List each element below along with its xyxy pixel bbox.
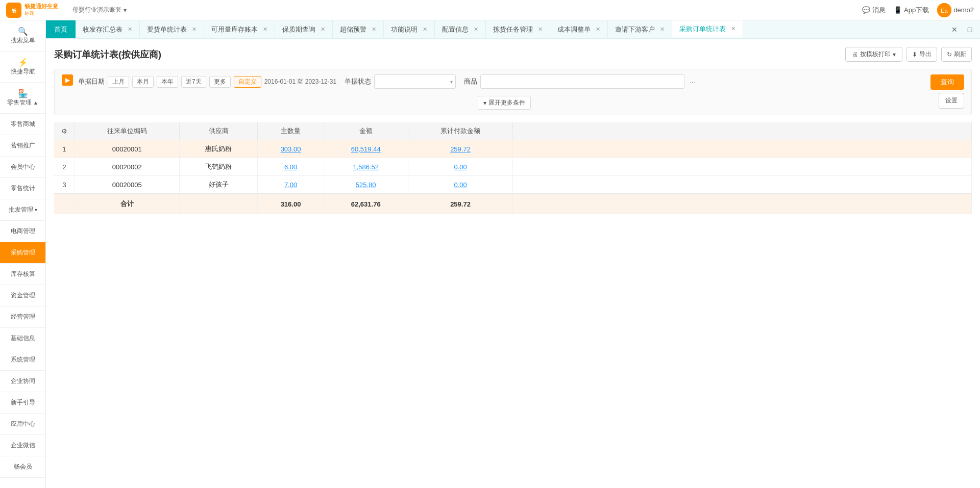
sidebar-item-inventory[interactable]: 库存核算 [0, 264, 45, 285]
query-button[interactable]: 查询 [930, 74, 964, 90]
cell-empty [513, 176, 972, 194]
th-main-qty: 主数量 [258, 122, 324, 140]
sidebar-item-vip[interactable]: 畅会员 [0, 456, 45, 478]
sidebar-item-appcenter[interactable]: 应用中心 [0, 414, 45, 435]
cell-main-qty[interactable]: 303.00 [258, 140, 324, 158]
sidebar-item-retail-stats[interactable]: 零售统计 [0, 178, 45, 199]
column-settings-icon[interactable]: ⚙ [61, 127, 67, 135]
filter-toggle-row: ▾ 展开更多条件 [78, 93, 930, 110]
print-icon: 🖨 [852, 51, 858, 58]
breadcrumb[interactable]: 母婴行业演示账套 ▾ [72, 6, 127, 14]
collapse-button[interactable]: ▶ [62, 74, 73, 86]
date-this-year[interactable]: 本年 [157, 76, 178, 88]
tab-function-desc[interactable]: 功能说明 ✕ [384, 20, 435, 39]
tab-close-cost-adjust[interactable]: ✕ [596, 26, 600, 33]
tab-close-requisition-stats[interactable]: ✕ [192, 26, 197, 33]
cell-main-qty[interactable]: 7.00 [258, 176, 324, 194]
date-custom[interactable]: 自定义 [234, 76, 261, 88]
sidebar-item-retail[interactable]: 🏪 零售管理 ▲ [0, 83, 45, 114]
main-qty-link[interactable]: 7.00 [284, 181, 297, 189]
setting-button[interactable]: 设置 [939, 93, 964, 109]
svg-text:Ea: Ea [941, 8, 948, 14]
main-qty-link[interactable]: 6.00 [284, 163, 297, 171]
tab-close-invite-downstream[interactable]: ✕ [660, 26, 665, 33]
tab-config-info[interactable]: 配置信息 ✕ [435, 20, 486, 39]
sidebar-item-ecommerce[interactable]: 电商管理 [0, 221, 45, 242]
sidebar-item-search[interactable]: 🔍 搜索菜单 [0, 20, 45, 52]
tab-pick-task[interactable]: 拣货任务管理 ✕ [486, 20, 550, 39]
main-qty-link[interactable]: 303.00 [281, 145, 301, 153]
expand-filter-button[interactable]: ▾ 展开更多条件 [478, 96, 531, 110]
filter-row-1: 单据日期 上月 本月 本年 近7天 更多 自定义 2016-01-01 至 20… [78, 74, 930, 89]
sidebar-item-enterprise[interactable]: 企业协同 [0, 371, 45, 392]
sidebar-item-members[interactable]: 会员中心 [0, 157, 45, 178]
date-more[interactable]: 更多 [209, 76, 231, 88]
cell-amount[interactable]: 1,586.52 [324, 158, 408, 176]
tab-receive-send[interactable]: 收发存汇总表 ✕ [76, 20, 140, 39]
sidebar-item-retail-shop[interactable]: 零售商城 [0, 114, 45, 135]
refresh-button[interactable]: ↻ 刷新 [941, 47, 972, 62]
cell-amount[interactable]: 60,519.44 [324, 140, 408, 158]
tab-overstock-alert[interactable]: 超储预警 ✕ [333, 20, 384, 39]
tab-purchase-stats[interactable]: 采购订单统计表 ✕ [672, 20, 743, 39]
date-7days[interactable]: 近7天 [181, 76, 206, 88]
goods-input[interactable] [480, 74, 684, 89]
footer-label: 合计 [75, 194, 179, 214]
amount-link[interactable]: 60,519.44 [351, 145, 381, 153]
cell-paid-amount[interactable]: 0.00 [408, 176, 512, 194]
cell-unit-code: 00020005 [75, 176, 179, 194]
data-table: ⚙ 往来单位编码 供应商 主数量 金额 累计付款金额 1 00020001 惠氏… [54, 122, 972, 214]
restore-button[interactable]: □ [964, 23, 976, 36]
tab-home[interactable]: 首页 [46, 20, 76, 39]
app-download-button[interactable]: 📱 App下载 [894, 6, 929, 15]
tab-close-receive-send[interactable]: ✕ [128, 26, 132, 33]
tab-close-overstock-alert[interactable]: ✕ [372, 26, 376, 33]
tab-cost-adjust[interactable]: 成本调整单 ✕ [550, 20, 608, 39]
cell-paid-amount[interactable]: 259.72 [408, 140, 512, 158]
user-profile[interactable]: Ea demo2 [937, 3, 974, 17]
paid-amount-link[interactable]: 0.00 [454, 181, 467, 189]
tab-shelf-life[interactable]: 保质期查询 ✕ [275, 20, 333, 39]
tab-available-inventory[interactable]: 可用量库存账本 ✕ [204, 20, 275, 39]
sidebar-item-operations[interactable]: 经营管理 [0, 306, 45, 328]
paid-amount-link[interactable]: 259.72 [450, 145, 471, 153]
export-button[interactable]: ⬇ 导出 [906, 47, 937, 62]
tab-close-shelf-life[interactable]: ✕ [321, 26, 325, 33]
cell-amount[interactable]: 525.80 [324, 176, 408, 194]
th-supplier: 供应商 [179, 122, 258, 140]
amount-link[interactable]: 525.80 [356, 181, 376, 189]
status-select[interactable] [374, 74, 456, 89]
tab-requisition-stats[interactable]: 要货单统计表 ✕ [140, 20, 204, 39]
goods-more-icon[interactable]: ··· [690, 78, 695, 86]
tab-invite-downstream[interactable]: 邀请下游客户 ✕ [608, 20, 672, 39]
sidebar-item-newguide[interactable]: 新手引导 [0, 392, 45, 414]
tab-close-pick-task[interactable]: ✕ [538, 26, 543, 33]
sidebar-item-wechat[interactable]: 企业微信 [0, 435, 45, 456]
cell-supplier: 飞鹤奶粉 [179, 158, 258, 176]
sidebar-item-finance[interactable]: 资金管理 [0, 285, 45, 306]
cell-main-qty[interactable]: 6.00 [258, 158, 324, 176]
cell-paid-amount[interactable]: 0.00 [408, 158, 512, 176]
sidebar-item-basics[interactable]: 基础信息 [0, 328, 45, 349]
th-gear[interactable]: ⚙ [54, 122, 75, 140]
amount-link[interactable]: 1,586.52 [353, 163, 379, 171]
sidebar-item-system[interactable]: 系统管理 [0, 349, 45, 371]
th-unit-code: 往来单位编码 [75, 122, 179, 140]
tab-close-purchase-stats[interactable]: ✕ [731, 25, 736, 32]
print-button[interactable]: 🖨 按模板打印 ▾ [845, 47, 902, 62]
tab-close-config-info[interactable]: ✕ [474, 26, 478, 33]
sidebar-item-quicknav[interactable]: ⚡ 快捷导航 [0, 52, 45, 83]
sidebar-item-marketing[interactable]: 营销推广 [0, 135, 45, 157]
tab-close-available-inventory[interactable]: ✕ [263, 26, 267, 33]
message-button[interactable]: 💬 消息 [862, 6, 886, 15]
paid-amount-link[interactable]: 0.00 [454, 163, 467, 171]
page-header: 采购订单统计表(按供应商) 🖨 按模板打印 ▾ ⬇ 导出 ↻ 刷新 [54, 47, 972, 62]
close-all-button[interactable]: ✕ [948, 23, 961, 36]
tab-bar-actions: ✕ □ [944, 23, 980, 36]
tab-close-function-desc[interactable]: ✕ [423, 26, 427, 33]
sidebar-item-wholesale[interactable]: 批发管理 ▾ [0, 199, 45, 221]
sidebar-item-purchase[interactable]: 采购管理 [0, 242, 45, 264]
date-this-month[interactable]: 本月 [132, 76, 154, 88]
cell-empty [513, 140, 972, 158]
date-last-month[interactable]: 上月 [108, 76, 129, 88]
